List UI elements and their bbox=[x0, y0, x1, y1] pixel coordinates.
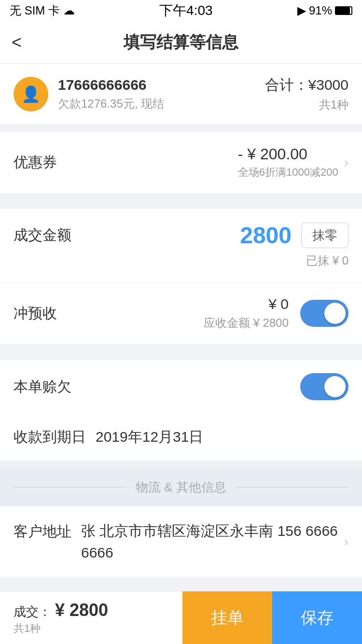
amount-label: 成交金额 bbox=[14, 225, 71, 245]
customer-row: 👤 17666666666 欠款1276.35元, 现结 合计：¥3000 共1… bbox=[0, 64, 362, 124]
total-label: 合计： bbox=[265, 77, 308, 93]
battery-icon: ▶ bbox=[297, 4, 306, 17]
address-chevron-icon: › bbox=[344, 534, 348, 549]
prepay-toggle[interactable] bbox=[300, 300, 348, 327]
address-label: 客户地址 bbox=[14, 522, 71, 542]
coupon-row[interactable]: 优惠券 - ¥ 200.00 全场6折满1000减200 › bbox=[0, 132, 362, 193]
toggle-knob bbox=[324, 303, 346, 324]
bottom-bar: 成交： ¥ 2800 共1种 挂单 保存 bbox=[0, 591, 362, 644]
amount-value: 2800 bbox=[240, 222, 292, 249]
coupon-right: - ¥ 200.00 全场6折满1000减200 › bbox=[238, 145, 348, 180]
avatar: 👤 bbox=[14, 77, 48, 112]
prepay-label: 冲预收 bbox=[14, 304, 57, 323]
divider-2 bbox=[0, 352, 362, 360]
customer-subtext: 欠款1276.35元, 现结 bbox=[58, 96, 164, 112]
duedate-value: 2019年12月31日 bbox=[96, 427, 203, 447]
divider-line-left bbox=[14, 487, 126, 488]
divider-1 bbox=[0, 201, 362, 209]
duedate-label: 收款到期日 bbox=[14, 427, 86, 447]
address-section[interactable]: 客户地址 张 北京市市辖区海淀区永丰南 156 6666 6666 › bbox=[0, 506, 362, 577]
round-button[interactable]: 抹零 bbox=[301, 223, 348, 248]
back-button[interactable]: < bbox=[12, 32, 22, 53]
deal-label: 成交： bbox=[14, 603, 51, 620]
hold-button[interactable]: 挂单 bbox=[182, 591, 272, 644]
chevron-right-icon: › bbox=[344, 155, 348, 170]
avatar-icon: 👤 bbox=[21, 85, 41, 103]
logistics-divider: 物流 & 其他信息 bbox=[0, 468, 362, 506]
coupon-subtext: 全场6折满1000减200 bbox=[238, 165, 338, 180]
logistics-label: 物流 & 其他信息 bbox=[136, 479, 226, 496]
prepay-section: 冲预收 ¥ 0 应收金额 ¥ 2800 bbox=[0, 282, 362, 344]
amount-right: 2800 抹零 bbox=[240, 222, 348, 249]
hold-label: 挂单 bbox=[211, 607, 244, 629]
deal-amount: ¥ 2800 bbox=[55, 600, 108, 620]
prepay-right: ¥ 0 应收金额 ¥ 2800 bbox=[204, 296, 289, 331]
coupon-discount: - ¥ 200.00 bbox=[238, 145, 338, 163]
bottom-summary: 成交： ¥ 2800 共1种 bbox=[0, 600, 182, 636]
customer-left: 👤 17666666666 欠款1276.35元, 现结 bbox=[14, 77, 164, 112]
total-count: 共1种 bbox=[265, 97, 348, 112]
status-left: 无 SIM 卡 ☁ bbox=[10, 3, 75, 18]
deal-count: 共1种 bbox=[14, 621, 169, 636]
customer-total: 合计：¥3000 共1种 bbox=[265, 75, 348, 112]
amount-sub: 已抹 ¥ 0 bbox=[306, 254, 348, 267]
amount-section: 成交金额 2800 抹零 已抹 ¥ 0 bbox=[0, 209, 362, 282]
address-value: 张 北京市市辖区海淀区永丰南 156 6666 6666 bbox=[81, 520, 338, 563]
duedate-section: 收款到期日 2019年12月31日 bbox=[0, 414, 362, 461]
customer-info: 17666666666 欠款1276.35元, 现结 bbox=[58, 77, 164, 112]
credit-toggle[interactable] bbox=[300, 373, 348, 400]
total-value: ¥3000 bbox=[308, 77, 348, 93]
battery-bar bbox=[335, 6, 352, 15]
status-right: ▶ 91% bbox=[297, 4, 352, 17]
credit-toggle-knob bbox=[324, 376, 346, 397]
page-title: 填写结算等信息 bbox=[124, 31, 238, 54]
divider-line-right bbox=[236, 487, 348, 488]
credit-section: 本单赊欠 bbox=[0, 360, 362, 414]
customer-phone: 17666666666 bbox=[58, 77, 164, 93]
coupon-label: 优惠券 bbox=[14, 153, 57, 172]
prepay-subtext: 应收金额 ¥ 2800 bbox=[204, 315, 289, 331]
battery-level: 91% bbox=[309, 4, 332, 17]
save-label: 保存 bbox=[301, 607, 334, 629]
save-button[interactable]: 保存 bbox=[272, 591, 362, 644]
nav-bar: < 填写结算等信息 bbox=[0, 21, 362, 64]
credit-label: 本单赊欠 bbox=[14, 377, 71, 397]
sim-status: 无 SIM 卡 ☁ bbox=[10, 3, 75, 18]
status-time: 下午4:03 bbox=[159, 1, 213, 20]
total-amount: 合计：¥3000 bbox=[265, 75, 348, 95]
prepay-value: ¥ 0 bbox=[268, 296, 289, 312]
amount-row: 成交金额 2800 抹零 bbox=[14, 222, 348, 249]
status-bar: 无 SIM 卡 ☁ 下午4:03 ▶ 91% bbox=[0, 0, 362, 21]
